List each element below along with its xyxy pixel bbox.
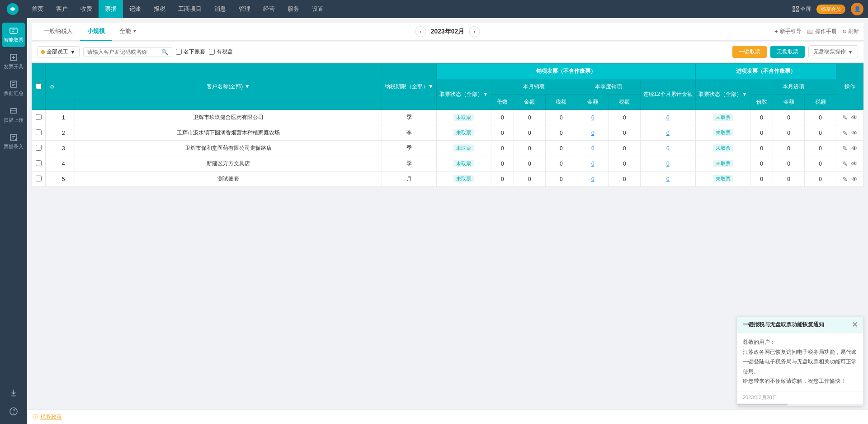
checkbox-own-account[interactable]: 名下账套 bbox=[176, 48, 205, 56]
search-icon[interactable]: 🔍 bbox=[161, 49, 168, 55]
th-checkbox bbox=[32, 64, 46, 110]
sidebar-item-open-invoice[interactable]: 发票开具 bbox=[2, 49, 25, 74]
th-in-status[interactable]: 取票状态（全部）▼ bbox=[696, 79, 750, 110]
sidebar-item-download[interactable] bbox=[2, 385, 25, 401]
sidebar-label-scan-upload: 扫描上传 bbox=[4, 117, 24, 124]
sidebar-item-invoice-entry[interactable]: 票据录入 bbox=[2, 129, 25, 154]
notification-close-btn[interactable]: ✕ bbox=[852, 320, 858, 329]
nav-business[interactable]: 工商项目 bbox=[172, 0, 208, 18]
refresh-btn[interactable]: ↻ 刷新 bbox=[842, 28, 859, 35]
manual-btn[interactable]: 📖 操作手册 bbox=[807, 28, 837, 35]
tab-general-taxpayer[interactable]: 一般纳税人 bbox=[36, 23, 80, 41]
nav-settings[interactable]: 设置 bbox=[306, 0, 330, 18]
notification-header: 一键报税与无盘取票功能恢复通知 ✕ bbox=[737, 317, 863, 333]
row-checkbox-3[interactable] bbox=[36, 160, 42, 166]
edit-icon-1[interactable]: ✎ bbox=[842, 129, 848, 137]
sidebar-item-scan-upload[interactable]: 扫描上传 bbox=[2, 103, 25, 127]
nav-service[interactable]: 服务 bbox=[281, 0, 306, 18]
edit-icon-4[interactable]: ✎ bbox=[842, 176, 848, 183]
svg-rect-5 bbox=[797, 10, 798, 12]
settings-gear-icon[interactable]: ⚙ bbox=[50, 84, 55, 90]
row-sales-copies: 0 bbox=[491, 141, 514, 156]
edit-icon-3[interactable]: ✎ bbox=[842, 160, 848, 167]
row-in-copies: 0 bbox=[750, 125, 773, 141]
svg-rect-6 bbox=[10, 28, 17, 33]
nav-charge[interactable]: 收费 bbox=[74, 0, 99, 18]
checkbox-tax-disk-input[interactable] bbox=[209, 49, 215, 55]
view-icon-3[interactable]: 👁 bbox=[851, 160, 858, 167]
th-client[interactable]: 客户名称(全部) ▼ bbox=[75, 64, 382, 110]
vip-button[interactable]: 畅享会员 bbox=[816, 5, 845, 14]
one-click-ticket-btn[interactable]: 一键取票 bbox=[732, 46, 767, 58]
row-checkbox-2[interactable] bbox=[36, 145, 42, 151]
edit-icon-2[interactable]: ✎ bbox=[842, 145, 848, 152]
th-in-amount: 金额 bbox=[773, 95, 805, 110]
view-icon-1[interactable]: 👁 bbox=[851, 129, 858, 137]
row-client: 新建区方方文具店 bbox=[75, 156, 382, 172]
row-sales-tax: 0 bbox=[545, 110, 577, 125]
th-in-tax: 税额 bbox=[805, 95, 836, 110]
th-this-month-sales: 本月销项 bbox=[491, 79, 577, 95]
sidebar-item-invoice-summary[interactable]: 票据汇总 bbox=[2, 76, 25, 100]
refresh-label: 刷新 bbox=[848, 28, 859, 35]
th-this-month-in: 本月进项 bbox=[750, 79, 836, 95]
view-icon-2[interactable]: 👁 bbox=[851, 145, 858, 152]
prev-month-btn[interactable]: ‹ bbox=[415, 26, 426, 37]
notification-body-text: 尊敬的用户：江苏政务网已恢复访问电子税务局功能，易代账一键登陆电子税务局与无盘取… bbox=[743, 339, 857, 384]
fullscreen-btn[interactable]: 全屏 bbox=[793, 5, 811, 13]
current-month: 2023年02月 bbox=[431, 28, 465, 36]
diskless-ticket-btn[interactable]: 无盘取票 bbox=[770, 46, 805, 58]
tab-small-scale[interactable]: 小规模 bbox=[80, 23, 112, 41]
row-sales-copies: 0 bbox=[491, 172, 514, 187]
nav-client[interactable]: 客户 bbox=[50, 0, 74, 18]
view-icon-0[interactable]: 👁 bbox=[851, 114, 858, 121]
footer-tax-policy-link[interactable]: 税务政策 bbox=[40, 413, 62, 421]
row-sales-copies: 0 bbox=[491, 110, 514, 125]
th-sales-group: 销项发票（不含作废票） bbox=[436, 64, 695, 79]
row-quarter-tax: 0 bbox=[609, 125, 640, 141]
th-quarter-tax: 税额 bbox=[609, 95, 640, 110]
sidebar-item-help[interactable] bbox=[2, 403, 25, 419]
row-cumulative: 0 bbox=[640, 172, 695, 187]
nav-message[interactable]: 消息 bbox=[208, 0, 232, 18]
nav-operation[interactable]: 经营 bbox=[257, 0, 281, 18]
nav-home[interactable]: 首页 bbox=[25, 0, 50, 18]
th-operations: 操作 bbox=[836, 64, 863, 110]
row-in-tax: 0 bbox=[805, 172, 836, 187]
select-all-checkbox[interactable] bbox=[36, 83, 42, 89]
next-month-btn[interactable]: › bbox=[469, 26, 480, 37]
th-quarter-amount: 金额 bbox=[577, 95, 609, 110]
toolbar-left: 全部员工 ▼ 🔍 名下账套 有税盘 bbox=[37, 46, 728, 57]
checkbox-own-account-input[interactable] bbox=[176, 49, 182, 55]
nav-management[interactable]: 管理 bbox=[232, 0, 257, 18]
row-quarter-tax: 0 bbox=[609, 172, 640, 187]
search-input[interactable] bbox=[87, 49, 160, 55]
checkbox-tax-disk[interactable]: 有税盘 bbox=[209, 48, 233, 56]
employee-select[interactable]: 全部员工 ▼ bbox=[37, 46, 80, 57]
row-checkbox-0[interactable] bbox=[36, 114, 42, 120]
manual-icon: 📖 bbox=[807, 29, 814, 35]
row-action-cell: ✎ 👁 bbox=[836, 110, 863, 125]
th-sales-status[interactable]: 取票状态（全部）▼ bbox=[436, 79, 491, 110]
edit-icon-0[interactable]: ✎ bbox=[842, 114, 848, 121]
tab-all-capable[interactable]: 全能 ▼ bbox=[112, 23, 144, 41]
notification-body: 尊敬的用户：江苏政务网已恢复访问电子税务局功能，易代账一键登陆电子税务局与无盘取… bbox=[737, 333, 863, 391]
nav-bookkeeping[interactable]: 记账 bbox=[123, 0, 147, 18]
new-guide-btn[interactable]: ✦ 新手引导 bbox=[774, 28, 802, 35]
nav-invoice[interactable]: 票据 bbox=[99, 0, 123, 18]
diskless-ticket-operation-btn[interactable]: 无盘取票操作 ▼ bbox=[808, 45, 858, 58]
row-period: 季 bbox=[382, 110, 436, 125]
view-icon-4[interactable]: 👁 bbox=[851, 176, 858, 183]
row-checkbox-1[interactable] bbox=[36, 129, 42, 135]
user-avatar[interactable]: 👤 bbox=[851, 3, 863, 15]
row-quarter-amount: 0 bbox=[577, 110, 609, 125]
row-checkbox-4[interactable] bbox=[36, 176, 42, 181]
sidebar-label-invoice-summary: 票据汇总 bbox=[4, 90, 24, 97]
sidebar-item-smart-ticket[interactable]: 智能取票 bbox=[2, 23, 25, 47]
logo[interactable] bbox=[5, 1, 21, 17]
row-in-status: 未取票 bbox=[696, 141, 750, 156]
row-in-status: 未取票 bbox=[696, 110, 750, 125]
month-navigation: ‹ 2023年02月 › bbox=[415, 26, 480, 37]
th-period[interactable]: 纳税期限（全部）▼ bbox=[382, 64, 436, 110]
nav-tax[interactable]: 报税 bbox=[147, 0, 172, 18]
